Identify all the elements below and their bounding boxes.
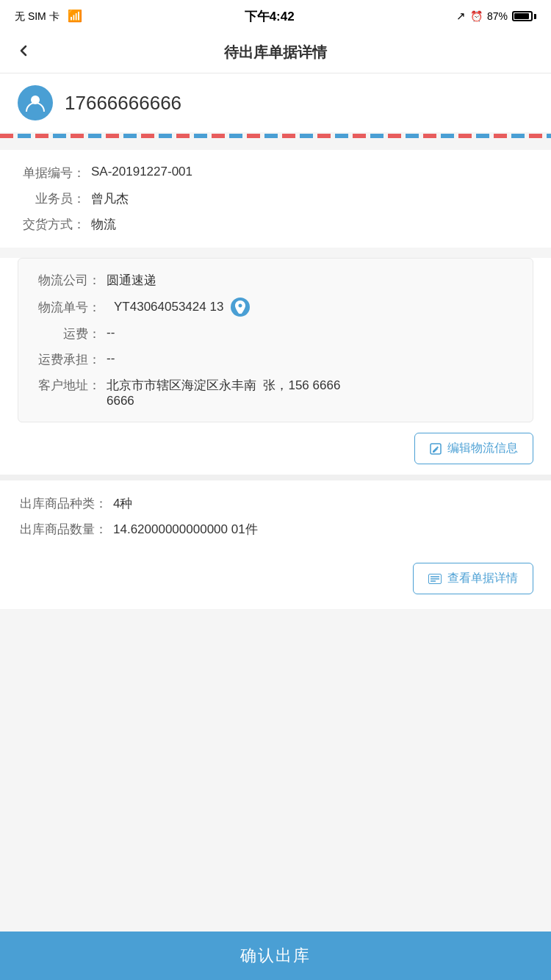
- tracking-number-label: 物流单号：: [33, 299, 107, 316]
- user-phone: 17666666666: [65, 92, 181, 115]
- status-bar: 无 SIM 卡 📶 下午4:42 ↗ ⏰ 87%: [0, 0, 551, 32]
- location-icon[interactable]: [231, 298, 250, 317]
- product-quantity-value: 14.62000000000000 01件: [113, 521, 533, 538]
- product-quantity-row: 出库商品数量： 14.62000000000000 01件: [18, 521, 533, 538]
- view-detail-btn-row: 查看单据详情: [0, 552, 551, 609]
- nav-bar: 待出库单据详情: [0, 32, 551, 73]
- freight-bearer-row: 运费承担： --: [33, 351, 518, 368]
- document-number-label: 单据编号：: [18, 165, 91, 181]
- freight-bearer-label: 运费承担：: [33, 351, 107, 368]
- product-types-value: 4种: [113, 495, 533, 512]
- address-label: 客户地址：: [33, 377, 107, 394]
- freight-value: --: [107, 325, 518, 340]
- logistics-company-row: 物流公司： 圆通速递: [33, 272, 518, 289]
- decorative-divider: [0, 134, 551, 138]
- view-detail-label: 查看单据详情: [447, 571, 518, 586]
- document-number-row: 单据编号： SA-20191227-001: [18, 165, 533, 181]
- product-types-label: 出库商品种类：: [18, 495, 113, 512]
- wifi-icon: 📶: [68, 10, 82, 22]
- view-detail-button[interactable]: 查看单据详情: [413, 563, 533, 594]
- edit-logistics-btn-row: 编辑物流信息: [0, 422, 551, 475]
- section-separator: [0, 475, 551, 480]
- battery-icon: [512, 11, 536, 21]
- battery-percent: 87%: [487, 10, 508, 22]
- delivery-method-row: 交货方式： 物流: [18, 216, 533, 233]
- tracking-number-row: 物流单号： YT43064053424 13: [33, 298, 518, 317]
- logistics-card: 物流公司： 圆通速递 物流单号： YT43064053424 13 运费： --…: [18, 258, 533, 422]
- product-info-section: 出库商品种类： 4种 出库商品数量： 14.62000000000000 01件: [0, 480, 551, 552]
- alarm-icon: ⏰: [470, 10, 483, 22]
- delivery-method-value: 物流: [91, 216, 533, 233]
- back-button[interactable]: [9, 36, 38, 70]
- freight-label: 运费：: [33, 325, 107, 342]
- status-time: 下午4:42: [245, 8, 295, 25]
- edit-logistics-label: 编辑物流信息: [447, 441, 518, 456]
- edit-logistics-button[interactable]: 编辑物流信息: [414, 433, 533, 464]
- product-types-row: 出库商品种类： 4种: [18, 495, 533, 512]
- confirm-outbound-label: 确认出库: [240, 946, 311, 965]
- delivery-method-label: 交货方式：: [18, 216, 91, 233]
- confirm-outbound-button[interactable]: 确认出库: [0, 932, 551, 980]
- logistics-company-value: 圆通速递: [107, 272, 518, 289]
- avatar: [18, 85, 53, 120]
- salesperson-row: 业务员： 曾凡杰: [18, 190, 533, 207]
- status-right: ↗ ⏰ 87%: [456, 10, 536, 23]
- tracking-number-value: YT43064053424 13: [114, 300, 223, 314]
- user-header: 17666666666: [0, 73, 551, 132]
- freight-row: 运费： --: [33, 325, 518, 342]
- location-arrow-icon: ↗: [456, 10, 466, 23]
- freight-bearer-value: --: [107, 351, 518, 366]
- product-quantity-label: 出库商品数量：: [18, 521, 113, 538]
- salesperson-value: 曾凡杰: [91, 190, 533, 207]
- logistics-company-label: 物流公司：: [33, 272, 107, 289]
- page-title: 待出库单据详情: [224, 43, 327, 62]
- status-left: 无 SIM 卡 📶: [15, 9, 82, 24]
- document-info-section: 单据编号： SA-20191227-001 业务员： 曾凡杰 交货方式： 物流: [0, 150, 551, 248]
- document-number-value: SA-20191227-001: [91, 165, 533, 179]
- address-row: 客户地址： 北京市市辖区海淀区永丰南 张，156 66666666: [33, 377, 518, 408]
- empty-area: [0, 609, 551, 756]
- address-value: 北京市市辖区海淀区永丰南 张，156 66666666: [107, 377, 518, 408]
- logistics-section: 物流公司： 圆通速递 物流单号： YT43064053424 13 运费： --…: [0, 258, 551, 422]
- salesperson-label: 业务员：: [18, 190, 91, 207]
